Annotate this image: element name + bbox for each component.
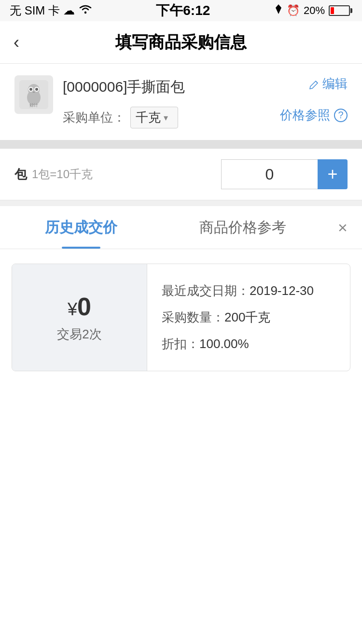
discount-value: 100.00%	[199, 336, 249, 351]
tab-product-price-ref[interactable]: 商品价格参考	[162, 206, 323, 249]
currency-symbol: ¥	[68, 299, 77, 319]
svg-point-7	[35, 88, 38, 91]
recent-date-label: 最近成交日期：	[162, 283, 250, 298]
recent-date-row: 最近成交日期：2019-12-30	[162, 281, 335, 300]
quantity-plus-button[interactable]: +	[318, 159, 348, 189]
history-content: ¥0 交易2次 最近成交日期：2019-12-30 采购数量：200千克 折扣：…	[0, 249, 362, 386]
tab-product-price-ref-label: 商品价格参考	[199, 218, 286, 238]
quantity-input[interactable]: 0	[221, 159, 318, 189]
purchase-unit-label: 采购单位：	[63, 109, 125, 126]
product-left: 鲸计 [0000006]手撕面包 采购单位： 千克 ▾	[14, 75, 185, 128]
recent-date-value: 2019-12-30	[250, 283, 314, 298]
history-price: ¥0	[68, 292, 91, 321]
nav-bar: ‹ 填写商品采购信息	[0, 21, 362, 64]
sim-status: 无 SIM 卡 ☁	[10, 3, 75, 18]
edit-button[interactable]: 编辑	[309, 75, 348, 92]
product-right: 编辑 价格参照 ?	[280, 75, 348, 124]
product-section: 鲸计 [0000006]手撕面包 采购单位： 千克 ▾	[0, 64, 362, 140]
discount-label: 折扣：	[162, 336, 199, 351]
product-logo: 鲸计	[14, 75, 53, 114]
tab-close-button[interactable]: ×	[323, 206, 362, 249]
product-name: [0000006]手撕面包	[63, 77, 185, 97]
history-card-right: 最近成交日期：2019-12-30 采购数量：200千克 折扣：100.00%	[147, 264, 350, 371]
section-divider	[0, 140, 362, 149]
status-time: 下午6:12	[156, 1, 210, 20]
main-content-area	[0, 386, 362, 644]
battery-percent: 20%	[304, 4, 325, 17]
price-value: 0	[77, 293, 91, 321]
history-card: ¥0 交易2次 最近成交日期：2019-12-30 采购数量：200千克 折扣：…	[12, 264, 350, 371]
unit-value: 千克	[136, 109, 161, 126]
history-card-left: ¥0 交易2次	[12, 264, 147, 371]
brand-logo-icon: 鲸计	[19, 80, 48, 109]
tabs-section: 历史成交价 商品价格参考 × ¥0 交易2次 最近成交日期：2019-12-30…	[0, 206, 362, 386]
location-icon	[274, 4, 283, 17]
status-left: 无 SIM 卡 ☁	[10, 3, 92, 18]
purchase-qty-row: 采购数量：200千克	[162, 308, 335, 327]
svg-point-6	[29, 88, 32, 91]
edit-label: 编辑	[322, 75, 348, 92]
edit-icon	[309, 79, 320, 89]
quantity-row: 包 1包=10千克 0 +	[0, 149, 362, 200]
price-ref-button[interactable]: 价格参照	[280, 107, 330, 124]
discount-row: 折扣：100.00%	[162, 335, 335, 353]
info-circle-icon[interactable]: ?	[334, 109, 348, 122]
tabs-header: 历史成交价 商品价格参考 ×	[0, 206, 362, 249]
unit-select-arrow-icon: ▾	[164, 112, 168, 123]
svg-point-0	[84, 12, 86, 14]
status-bar: 无 SIM 卡 ☁ 下午6:12 ⏰ 20%	[0, 0, 362, 21]
status-right: ⏰ 20%	[274, 4, 352, 17]
back-button[interactable]: ‹	[14, 34, 19, 51]
quantity-label: 包 1包=10千克	[14, 166, 93, 183]
purchase-qty-value: 200千克	[224, 310, 270, 324]
price-ref-row: 价格参照 ?	[280, 107, 348, 124]
page-title: 填写商品采购信息	[115, 31, 247, 54]
wifi-icon	[79, 4, 92, 17]
alarm-icon: ⏰	[287, 4, 300, 17]
unit-select[interactable]: 千克 ▾	[130, 107, 178, 128]
tab-history-price[interactable]: 历史成交价	[0, 206, 162, 249]
trade-count: 交易2次	[57, 326, 101, 343]
svg-text:鲸计: 鲸计	[29, 103, 38, 108]
purchase-qty-label: 采购数量：	[162, 310, 224, 324]
quantity-controls: 0 +	[221, 159, 348, 189]
unit-desc: 1包=10千克	[32, 167, 93, 182]
product-info: [0000006]手撕面包 采购单位： 千克 ▾	[63, 75, 185, 128]
tab-history-price-label: 历史成交价	[45, 218, 117, 238]
battery-icon	[329, 5, 352, 16]
tab-active-indicator	[62, 247, 100, 249]
unit-name: 包	[14, 166, 27, 183]
